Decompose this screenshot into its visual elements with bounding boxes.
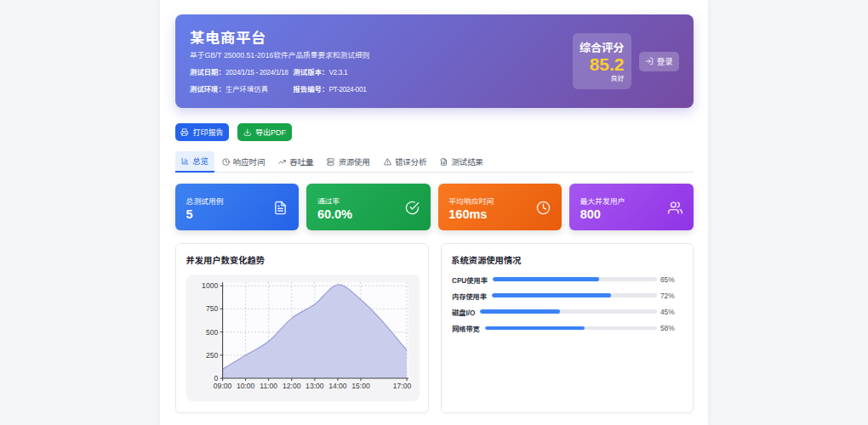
svg-text:17:00: 17:00 <box>393 382 412 391</box>
svg-text:14:00: 14:00 <box>328 382 347 391</box>
svg-text:1000: 1000 <box>202 282 218 291</box>
svg-text:12:00: 12:00 <box>283 382 301 391</box>
svg-text:15:00: 15:00 <box>351 382 370 391</box>
svg-text:250: 250 <box>206 351 219 360</box>
svg-text:13:00: 13:00 <box>306 382 324 391</box>
svg-text:750: 750 <box>206 305 219 314</box>
svg-text:500: 500 <box>206 328 219 337</box>
svg-text:11:00: 11:00 <box>260 382 277 391</box>
svg-text:09:00: 09:00 <box>214 382 232 391</box>
svg-text:10:00: 10:00 <box>237 382 255 391</box>
